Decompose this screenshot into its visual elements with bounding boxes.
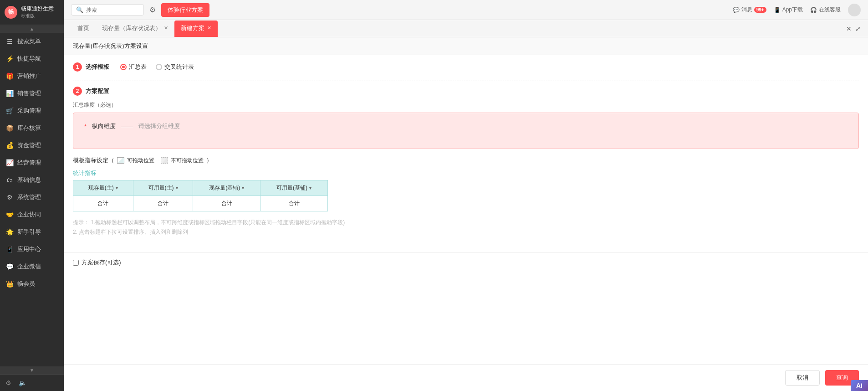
settings-icon[interactable]: ⚙ [5,379,11,386]
avatar[interactable] [848,4,861,16]
sidebar-scroll-down[interactable]: ▼ [0,366,64,374]
tabbar: 首页 现存量（库存状况表） ✕ 新建方案 ✕ ✕ ⤢ [64,20,868,37]
radio-cross[interactable]: 交叉统计表 [156,63,194,71]
message-label: 消息 [741,6,752,14]
headset-icon: 🎧 [810,7,817,13]
dimension-section-label: 汇总维度（必选） [73,101,859,109]
sidebar-item-newguide[interactable]: 🌟 新手引导 [0,223,64,241]
action-bar: 取消 查询 [64,364,868,391]
sidebar-item-member[interactable]: 👑 畅会员 [0,275,64,293]
system-icon: ⚙ [5,193,14,201]
save-checkbox[interactable] [73,260,79,266]
step2-block: 2 方案配置 汇总维度（必选） * 纵向维度 —— 请选择分组维度 [73,87,859,236]
search-input[interactable] [86,7,139,13]
main-area: 🔍 ⚙ 体验行业方案 💬 消息 99+ 📱 App下载 🎧 在线客服 [64,0,868,391]
sidebar-item-quicknav[interactable]: ⚡ 快捷导航 [0,50,64,67]
basicinfo-icon: 🗂 [5,176,14,184]
radio-cross-dot [156,64,162,70]
dimension-title: 汇总维度（必选） [73,102,117,108]
topbar: 🔍 ⚙ 体验行业方案 💬 消息 99+ 📱 App下载 🎧 在线客服 [64,0,868,20]
sidebar-item-label: 库存核算 [17,124,41,132]
stats-data-row: 合计 合计 合计 合计 [73,196,328,211]
sidebar-item-inventory[interactable]: 📦 库存核算 [0,119,64,137]
tab-new-plan-close[interactable]: ✕ [207,25,211,31]
draggable-label: 可拖动位置 [127,157,154,165]
sound-icon[interactable]: 🔈 [19,379,26,386]
chevron-down-icon: ▾ [309,185,311,190]
window-close-btn[interactable]: ✕ [846,25,852,32]
message-icon: 💬 [733,7,740,13]
online-service-item[interactable]: 🎧 在线客服 [810,6,841,14]
dimension-separator: —— [121,123,133,130]
tab-new-plan[interactable]: 新建方案 ✕ [174,21,218,37]
tab-inventory-status[interactable]: 现存量（库存状况表） ✕ [96,21,174,37]
stats-header-row: 现存量(主) ▾ 可用量(主) ▾ [73,180,328,196]
radio-summary[interactable]: 汇总表 [120,63,147,71]
stats-col-4-header[interactable]: 可用量(基辅) ▾ [260,180,328,196]
wechat-icon: 💬 [5,262,14,271]
tab-home[interactable]: 首页 [71,21,96,37]
tab-inventory-close[interactable]: ✕ [164,25,168,31]
dimension-required-mark: * [84,123,87,130]
search-box[interactable]: 🔍 [71,4,144,15]
step2-num: 2 [73,87,82,96]
form-area: 1 选择模板 汇总表 交叉统计表 [64,55,868,252]
dimension-placeholder: 请选择分组维度 [138,122,180,130]
stats-col-3-header[interactable]: 现存量(基辅) ▾ [193,180,260,196]
page-header: 现存量(库存状况表)方案设置 [64,37,868,55]
member-icon: 👑 [5,280,14,288]
sidebar-item-label: 企业微信 [17,262,41,271]
sidebar-item-purchase[interactable]: 🛒 采购管理 [0,102,64,119]
stats-col-2-header[interactable]: 可用量(主) ▾ [133,180,193,196]
sidebar-item-cooperation[interactable]: 🤝 企业协同 [0,206,64,223]
dimension-field-label: 纵向维度 [92,122,116,130]
sidebar-item-label: 销售管理 [17,89,41,98]
stats-title: 统计指标 [73,169,859,177]
cancel-button[interactable]: 取消 [785,370,820,386]
sidebar-item-marketing[interactable]: 🎁 营销推广 [0,67,64,85]
sidebar-item-basicinfo[interactable]: 🗂 基础信息 [0,171,64,189]
sidebar-scroll-up[interactable]: ▲ [0,25,64,33]
stats-section: 统计指标 现存量(主) ▾ [73,169,859,211]
sidebar-item-label: 新手引导 [17,228,41,236]
draggable-box-icon [117,157,124,164]
sidebar-item-label: 营销推广 [17,72,41,80]
quicknav-icon: ⚡ [5,55,14,63]
topbar-left: 🔍 ⚙ 体验行业方案 [71,3,209,17]
sidebar-item-appcenter[interactable]: 📱 应用中心 [0,241,64,258]
stats-col-1-header[interactable]: 现存量(主) ▾ [73,180,133,196]
gear-icon[interactable]: ⚙ [149,5,156,14]
sidebar-item-sales[interactable]: 📊 销售管理 [0,85,64,102]
logo-text: 畅康通好生意 标准版 [21,5,54,19]
tab-home-label: 首页 [77,24,89,32]
sidebar-item-system[interactable]: ⚙ 系统管理 [0,189,64,206]
sidebar-item-search[interactable]: ☰ 搜索菜单 [0,33,64,50]
finance-icon: 💰 [5,141,14,149]
sidebar-item-finance[interactable]: 💰 资金管理 [0,137,64,154]
template-radio-group: 汇总表 交叉统计表 [120,63,194,71]
sidebar-item-wechat[interactable]: 💬 企业微信 [0,258,64,275]
sidebar-item-label: 搜索菜单 [17,37,41,46]
indicator-settings-row: 模板指标设定（ 可拖动位置 不可拖动位置 ） [73,156,859,165]
window-expand-btn[interactable]: ⤢ [855,25,861,32]
industry-btn[interactable]: 体验行业方案 [161,3,209,17]
inventory-icon: 📦 [5,124,14,132]
radio-summary-dot [120,64,127,70]
chevron-down-icon: ▾ [242,185,244,190]
sidebar-item-management[interactable]: 📈 经营管理 [0,154,64,171]
indicator-title: 模板指标设定（ [73,156,114,165]
ai-badge[interactable]: Ai [851,380,868,391]
step1-label: 选择模板 [86,63,109,71]
app-download-item[interactable]: 📱 App下载 [774,6,803,14]
chevron-down-icon: ▾ [176,185,178,190]
save-label: 方案保存(可选) [82,258,121,267]
message-item[interactable]: 💬 消息 99+ [733,6,766,14]
indicator-title-suffix: ） [206,156,212,165]
purchase-icon: 🛒 [5,107,14,115]
page-title: 现存量(库存状况表)方案设置 [73,42,148,49]
page-content: 1 选择模板 汇总表 交叉统计表 [64,55,868,364]
chevron-down-icon: ▾ [116,185,118,190]
step1-num: 1 [73,62,82,72]
sidebar-logo: 畅 畅康通好生意 标准版 [0,0,64,25]
sidebar-item-label: 经营管理 [17,159,41,167]
